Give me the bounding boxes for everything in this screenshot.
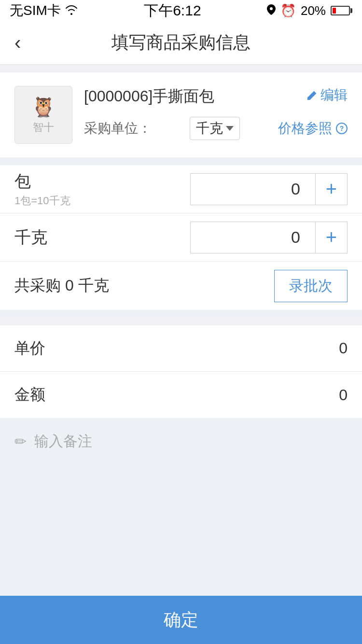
summary-row: 共采购 0 千克 录批次: [0, 262, 362, 310]
amount-row: 金额 0: [0, 372, 362, 418]
product-name: [0000006]手撕面包: [84, 86, 214, 107]
unit-select[interactable]: 千克: [190, 117, 240, 140]
price-ref-button[interactable]: 价格参照 ?: [278, 119, 348, 138]
unit-price-row: 单价 0: [0, 325, 362, 372]
product-info: [0000006]手撕面包 编辑 采购单位： 千克 价格参照: [84, 86, 348, 140]
kg-input[interactable]: [190, 222, 316, 253]
svg-text:?: ?: [340, 125, 344, 132]
confirm-button[interactable]: 确定: [0, 596, 362, 644]
battery-icon: [331, 6, 352, 15]
note-section[interactable]: ✏ 输入备注: [0, 418, 362, 465]
alarm-icon: ⏰: [280, 3, 296, 18]
batch-button[interactable]: 录批次: [274, 270, 348, 302]
bag-label: 包: [14, 170, 70, 193]
amount-value: 0: [339, 386, 348, 404]
unit-price-label: 单价: [14, 338, 45, 359]
wifi-icon: [65, 3, 78, 18]
kg-plus-button[interactable]: +: [316, 222, 348, 253]
bag-input[interactable]: [190, 173, 316, 205]
product-image: 🦉 智十: [14, 86, 72, 144]
nav-title: 填写商品采购信息: [111, 31, 251, 55]
unit-price-value: 0: [339, 339, 348, 357]
nav-bar: ‹ 填写商品采购信息: [0, 21, 362, 65]
product-logo-label: 智十: [33, 120, 54, 135]
status-bar-time: 下午6:12: [144, 1, 201, 21]
summary-text: 共采购 0 千克: [14, 275, 109, 296]
edit-button[interactable]: 编辑: [307, 86, 348, 104]
divider-2: [0, 310, 362, 318]
status-bar-left: 无SIM卡: [10, 1, 78, 20]
location-icon: [267, 3, 276, 18]
bag-input-row: 包 1包=10千克 +: [0, 165, 362, 213]
divider-1: [0, 157, 362, 165]
bag-sub-label: 1包=10千克: [14, 194, 70, 208]
bag-plus-button[interactable]: +: [316, 173, 348, 205]
status-bar-right: ⏰ 20%: [267, 3, 352, 18]
back-button[interactable]: ‹: [14, 32, 30, 54]
note-placeholder: 输入备注: [34, 432, 92, 451]
amount-label: 金额: [14, 384, 45, 406]
input-section: 包 1包=10千克 + 千克 +: [0, 165, 362, 262]
battery-text: 20%: [301, 3, 326, 18]
kg-label: 千克: [14, 226, 63, 249]
product-card: 🦉 智十 [0000006]手撕面包 编辑 采购单位： 千克: [0, 72, 362, 157]
carrier-text: 无SIM卡: [10, 1, 61, 20]
note-icon: ✏: [14, 433, 27, 450]
info-section: 单价 0 金额 0: [0, 325, 362, 418]
status-bar: 无SIM卡 下午6:12 ⏰ 20%: [0, 0, 362, 21]
unit-label: 采购单位：: [84, 119, 152, 138]
kg-input-row: 千克 +: [0, 213, 362, 262]
product-logo-icon: 🦉: [31, 96, 56, 118]
